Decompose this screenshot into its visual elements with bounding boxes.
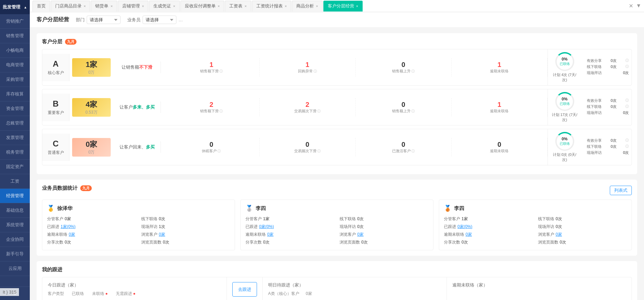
extra-a-1: 线下联络 0次 ⓘ — [587, 64, 629, 69]
tab-yingshou-close[interactable]: × — [218, 4, 220, 8]
gauge-b-label: 已联络 — [560, 101, 570, 106]
metric-c-3[interactable]: 0 逾期未联络 — [452, 138, 548, 156]
metric-b-2[interactable]: 0 销售额上升 ⓘ — [356, 98, 452, 116]
staff-2-stat-1: 线下联络 0次 — [538, 216, 627, 222]
staff-1-stat-4: 逾期未联络 0家 — [245, 232, 334, 237]
staff-0-stat-1: 线下联络 0次 — [141, 216, 230, 222]
metric-a-0[interactable]: 1 销售额下滑 ⓘ — [164, 58, 260, 76]
staff-0-val-5[interactable]: 0家 — [159, 232, 165, 237]
genjin-button[interactable]: 去跟进 — [232, 282, 257, 297]
sidebar-item-jichu[interactable]: 基础信息 — [0, 203, 30, 218]
main-area: 首页 门店商品目录 × 销货单 × 店铺管理 × 生成凭证 × 应收应付调整单 … — [30, 0, 644, 300]
tab-dianpu[interactable]: 店铺管理 × — [118, 1, 148, 11]
staff-1-val-4[interactable]: 0家 — [267, 232, 274, 237]
metric-a-1-num: 1 — [261, 61, 354, 69]
sidebar-item-label: 采购管理 — [6, 77, 24, 82]
metric-c-1[interactable]: 0 交易频次下滑 ⓘ — [260, 138, 356, 156]
tab-gongzi[interactable]: 工资表 × — [225, 1, 251, 11]
tab-tongji-close[interactable]: × — [285, 4, 287, 8]
metric-c-2[interactable]: 0 已激活客户 ⓘ — [356, 138, 452, 156]
metric-c-0[interactable]: 0 休眠客户 ⓘ — [164, 138, 260, 156]
sales-select[interactable]: 请选择 — [143, 16, 176, 24]
info-icon: ⓘ — [625, 64, 629, 69]
metric-b-0[interactable]: 2 销售额下滑 ⓘ — [164, 98, 260, 116]
tab-xiaohuo[interactable]: 销货单 × — [91, 1, 117, 11]
tab-kehu-close[interactable]: × — [356, 4, 358, 8]
tab-tongji[interactable]: 工资统计报表 × — [252, 1, 291, 11]
metric-b-3[interactable]: 1 逾期未联络 — [452, 98, 548, 116]
sidebar-top-item[interactable]: 批发管理 ▲ — [0, 0, 30, 14]
tab-pingzheng[interactable]: 生成凭证 × — [149, 1, 179, 11]
tab-mendian-close[interactable]: × — [84, 4, 86, 8]
staff-2-val-4[interactable]: 0家 — [466, 232, 472, 237]
sidebar-item-qiye[interactable]: 企业协同 — [0, 232, 30, 247]
staff-0-val-2[interactable]: 1家(0%) — [61, 224, 76, 230]
staff-2-val-2[interactable]: 0家(0%) — [457, 224, 472, 230]
metric-b-1[interactable]: 2 交易频次下滑 ⓘ — [260, 98, 356, 116]
tab-yingshou[interactable]: 应收应付调整单 × — [180, 1, 224, 11]
sidebar-item-shuiwu[interactable]: 税务管理 — [0, 145, 30, 160]
gauge-b-circle: 0% 已联络 — [555, 92, 574, 111]
sidebar-item-kucun[interactable]: 库存核算 — [0, 87, 30, 101]
sidebar-item-fapiao[interactable]: 发票管理 — [0, 131, 30, 145]
sidebar-item-zijin[interactable]: 资金管理 — [0, 101, 30, 116]
info-icon: ⓘ — [625, 98, 629, 103]
sidebar-item-xinshou[interactable]: 新手引导 — [0, 247, 30, 261]
dept-select[interactable]: 请选择 — [87, 16, 121, 24]
gauge-a-circle: 0% 已联络 — [555, 52, 574, 71]
sidebar-item-yunyingyong[interactable]: 云应用 — [0, 261, 30, 276]
tab-close-icon[interactable]: ✕ — [629, 3, 633, 9]
tab-mendian[interactable]: 门店商品目录 × — [51, 1, 90, 11]
tab-pingzheng-close[interactable]: × — [173, 4, 175, 8]
sidebar-item-yingxiao[interactable]: 营销推广 — [0, 14, 30, 29]
sidebar-item-xiaochangdianshang[interactable]: 小畅电商 — [0, 43, 30, 58]
staff-1-val-7: 0次 — [361, 239, 368, 245]
staff-2-val-0: 1家 — [461, 216, 468, 222]
gauge-c: 0% 已联络 计划 0次 (0天/次) — [548, 129, 581, 165]
staff-0-stat-0: 分管客户 0家 — [47, 216, 136, 222]
tier-a-extra: 有效分享 0次 ⓘ 线下联络 0次 ⓘ 现场拜访 0次 — [584, 55, 631, 79]
tab-gongzi-close[interactable]: × — [244, 4, 246, 8]
gauge-b-sub: 计划 17次 (7天/次) — [551, 112, 579, 122]
metric-a-1[interactable]: 1 回购异常 ⓘ — [260, 58, 356, 76]
tab-dianpu-close[interactable]: × — [142, 4, 144, 8]
tab-shangpin-close[interactable]: × — [316, 4, 318, 8]
tomorrow-followup-col: 明日待跟进（家） A类（核心）客户 0家 — [263, 277, 447, 300]
staff-0-val-4[interactable]: 0家 — [69, 232, 75, 237]
staff-0-stat-4: 逾期未联络 0家 — [47, 232, 136, 237]
followup-partial-content: 客户类型 已联络 未联络 ● 无需跟进 ● — [48, 291, 221, 297]
tab-dianpu-label: 店铺管理 — [122, 3, 140, 9]
metric-a-3[interactable]: 1 逾期未联络 — [452, 58, 548, 76]
list-view-button[interactable]: 列表式 — [610, 186, 632, 195]
sidebar-item-jingying[interactable]: 经营管理 — [0, 189, 30, 203]
staff-2-val-5[interactable]: 0家 — [556, 232, 562, 237]
more-options-icon[interactable]: … — [178, 17, 183, 22]
tab-menu-icon[interactable]: ▼ — [636, 3, 641, 9]
metric-a-2[interactable]: 0 销售额上升 ⓘ — [356, 58, 452, 76]
sidebar-item-dianshang[interactable]: 电商管理 — [0, 58, 30, 72]
staff-0-val-0[interactable]: 0家 — [65, 216, 71, 222]
sidebar-item-xiaoshou[interactable]: 销售管理 — [0, 29, 30, 43]
sidebar-item-gongzi[interactable]: 工资 — [0, 174, 30, 189]
business-section-title: 业务员数据统计 九月 — [42, 185, 92, 191]
staff-card-0: 🥇 徐泽华 分管客户 0家 线下联络 0次 已跟进 — [42, 200, 235, 250]
tier-c-letter: C — [46, 139, 65, 148]
tab-shangpin[interactable]: 商品分析 × — [292, 1, 322, 11]
tier-a-letter: A — [46, 59, 65, 69]
tier-a-action: 让销售额不下滑 — [113, 62, 161, 73]
followup-section: 我的跟进 今日跟进（家） 客户类型 已联络 未联络 ● 无需跟进 ● 去跟进 明… — [37, 261, 637, 300]
sidebar-item-guding[interactable]: 固定资产 — [0, 160, 30, 174]
sidebar-item-zhangzhang[interactable]: 总账管理 — [0, 116, 30, 131]
metric-b-2-num: 0 — [357, 101, 450, 109]
sidebar-item-xitong[interactable]: 系统管理 — [0, 218, 30, 232]
staff-1-val-5[interactable]: 0家 — [357, 232, 364, 237]
tab-kehu[interactable]: 客户分层经营 × — [323, 1, 363, 11]
staff-0-stat-7: 浏览页面数 0次 — [141, 239, 230, 245]
staff-1-val-2[interactable]: 0家(0%) — [259, 224, 274, 230]
tab-xiaohuo-close[interactable]: × — [110, 4, 112, 8]
tier-c-count: 0家 — [73, 139, 110, 149]
tab-home[interactable]: 首页 — [33, 1, 50, 11]
sidebar-item-caigou[interactable]: 采购管理 — [0, 72, 30, 87]
staff-1-stat-1: 线下联络 0次 — [340, 216, 428, 222]
bottom-text: It } 315 — [0, 288, 19, 296]
